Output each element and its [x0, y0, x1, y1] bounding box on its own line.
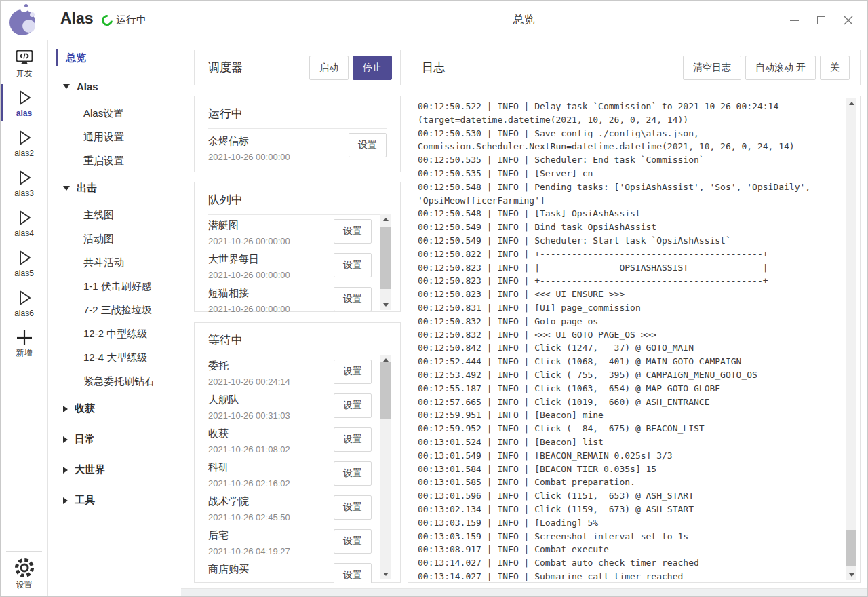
- minimize-button[interactable]: [781, 7, 808, 34]
- gear-icon: [14, 557, 35, 579]
- maximize-icon: [817, 16, 825, 24]
- scheduler-title: 调度器: [208, 60, 243, 75]
- log-line: 00:13:14.027 | INFO | Combat auto check …: [418, 556, 840, 570]
- play-icon: [15, 288, 34, 307]
- scheduler-panel: 调度器 启动 停止: [194, 50, 401, 85]
- menu-item-c122-leveling[interactable]: 12-2 中型练级: [48, 322, 180, 346]
- code-monitor-icon: [14, 49, 35, 67]
- play-icon: [15, 248, 34, 267]
- waiting-title: 等待中: [208, 334, 243, 347]
- task-row: 短猫相接 2021-10-26 00:00:00 设置: [208, 283, 372, 313]
- menu-item-general-settings[interactable]: 通用设置: [48, 126, 180, 149]
- task-settings-button[interactable]: 设置: [334, 495, 372, 520]
- scrollbar-thumb[interactable]: [846, 530, 856, 566]
- app-logo-icon: [7, 4, 40, 37]
- log-line: 00:12:59.952 | INFO | Click ( 84, 675) @…: [418, 422, 840, 436]
- scrollbar[interactable]: [380, 355, 391, 579]
- task-settings-button[interactable]: 设置: [334, 393, 372, 418]
- menu-group-label: Alas: [77, 81, 98, 92]
- menu-item-restart-settings[interactable]: 重启设置: [48, 149, 180, 173]
- minimize-icon: [790, 20, 799, 21]
- horizontal-scrollbar[interactable]: [181, 588, 867, 596]
- menu-group-label: 出击: [77, 182, 97, 195]
- rail-item-alas4[interactable]: alas4: [1, 203, 47, 243]
- rail-item-label: 开发: [16, 69, 33, 77]
- chevron-right-icon: [63, 497, 68, 504]
- task-row: 战术学院 2021-10-26 02:45:50 设置: [208, 491, 372, 525]
- scheduler-start-button[interactable]: 启动: [309, 56, 349, 80]
- log-line: 00:12:50.549 | INFO | Scheduler: Start t…: [418, 234, 840, 248]
- task-row: 商店购买 设置: [208, 559, 372, 583]
- chevron-right-icon: [63, 467, 68, 474]
- menu-item-c124-leveling[interactable]: 12-4 大型练级: [48, 346, 180, 370]
- menu-group-alas[interactable]: Alas: [48, 71, 180, 102]
- chevron-right-icon: [63, 436, 68, 443]
- rail-item-add[interactable]: 新增: [1, 323, 47, 363]
- task-settings-button[interactable]: 设置: [334, 253, 372, 277]
- log-line: 00:12:50.832 | INFO | <<< UI GOTO PAGE_O…: [418, 328, 840, 342]
- log-line: (target=datetime.datetime(2021, 10, 26, …: [418, 113, 840, 127]
- task-settings-button[interactable]: 设置: [334, 287, 372, 311]
- running-spinner-icon: [100, 12, 115, 28]
- scheduler-stop-button[interactable]: 停止: [353, 56, 392, 80]
- menu-group-label: 日常: [75, 433, 95, 446]
- rail-item-label: alas2: [14, 149, 34, 157]
- menu-group-reward[interactable]: 收获: [48, 393, 180, 424]
- scrollbar[interactable]: [846, 98, 856, 580]
- task-settings-button[interactable]: 设置: [334, 219, 372, 244]
- app-title: Alas: [60, 9, 94, 28]
- autoscroll-toggle-button[interactable]: 自动滚动 开: [745, 56, 816, 80]
- log-line: 00:12:50.548 | INFO | Pending tasks: ['O…: [418, 180, 840, 194]
- maximize-button[interactable]: [808, 7, 835, 34]
- menu-item-event-chapter[interactable]: 活动图: [48, 227, 180, 251]
- menu-group-sortie[interactable]: 出击: [48, 173, 180, 204]
- rail-item-alas3[interactable]: alas3: [1, 163, 47, 203]
- scheduler-status: 运行中: [102, 1, 146, 39]
- menu-group-daily[interactable]: 日常: [48, 424, 180, 455]
- menu-item-alas-settings[interactable]: Alas设置: [48, 102, 180, 126]
- scrollbar[interactable]: [380, 214, 391, 310]
- log-line: 00:12:57.665 | INFO | Click (1019, 660) …: [418, 396, 840, 409]
- autoscroll-off-button[interactable]: 关: [820, 56, 850, 80]
- task-settings-button[interactable]: 设置: [334, 529, 372, 554]
- menu-item-raid[interactable]: 共斗活动: [48, 251, 180, 275]
- log-line: 00:13:01.524 | INFO | [Beacon] list: [418, 436, 840, 449]
- scrollbar-thumb[interactable]: [380, 227, 391, 289]
- menu-item-gems-farming[interactable]: 紧急委托刷钻石: [48, 370, 180, 393]
- task-settings-button[interactable]: 设置: [334, 427, 372, 452]
- rail-item-alas[interactable]: alas: [1, 83, 47, 123]
- task-settings-button[interactable]: 设置: [334, 461, 372, 486]
- close-button[interactable]: [835, 7, 862, 34]
- pending-title: 队列中: [208, 193, 243, 206]
- log-line: 00:13:02.134 | INFO | Click (1159, 673) …: [418, 503, 840, 516]
- log-output: 00:12:50.522 | INFO | Delay task `Commis…: [408, 96, 860, 583]
- page-title: 总览: [180, 1, 867, 39]
- rail-item-settings[interactable]: 设置: [1, 553, 47, 593]
- rail-item-label: alas: [16, 109, 32, 117]
- menu-item-main-chapter[interactable]: 主线图: [48, 204, 180, 227]
- waiting-panel: 等待中 委托 2021-10-26 00:24:14 设置 大舰队 2021-1…: [194, 322, 401, 583]
- play-icon: [15, 168, 34, 187]
- play-icon: [15, 208, 34, 227]
- menu-item-overview[interactable]: 总览: [48, 44, 180, 71]
- task-settings-button[interactable]: 设置: [334, 360, 372, 384]
- rail-item-alas2[interactable]: alas2: [1, 123, 47, 163]
- rail-item-alas5[interactable]: alas5: [1, 243, 47, 283]
- rail-item-dev[interactable]: 开发: [1, 43, 47, 83]
- log-line: 'OpsiMeowfficerFarming']: [418, 194, 840, 208]
- scrollbar-thumb[interactable]: [380, 362, 391, 419]
- menu-item-c11-affinity[interactable]: 1-1 伏击刷好感: [48, 275, 180, 298]
- menu-item-c72-mystery-farming[interactable]: 7-2 三战捡垃圾: [48, 298, 180, 322]
- task-settings-button[interactable]: 设置: [349, 133, 387, 157]
- clear-log-button[interactable]: 清空日志: [683, 56, 741, 80]
- log-line: Commission.Scheduler.NextRun=datetime.da…: [418, 140, 840, 153]
- menu-group-opsi[interactable]: 大世界: [48, 455, 180, 485]
- menu-group-label: 收获: [75, 402, 95, 415]
- log-line: 00:12:50.549 | INFO | Bind task OpsiAshA…: [418, 220, 840, 234]
- pending-task-list: 潜艇图 2021-10-26 00:00:00 设置 大世界每日 2021-10…: [208, 215, 372, 313]
- log-line: 00:13:03.159 | INFO | [Loading] 5%: [418, 516, 840, 530]
- menu-group-tools[interactable]: 工具: [48, 485, 180, 516]
- task-settings-button[interactable]: 设置: [334, 563, 372, 583]
- rail-item-alas6[interactable]: alas6: [1, 283, 47, 323]
- menu-item-label: 总览: [66, 52, 86, 64]
